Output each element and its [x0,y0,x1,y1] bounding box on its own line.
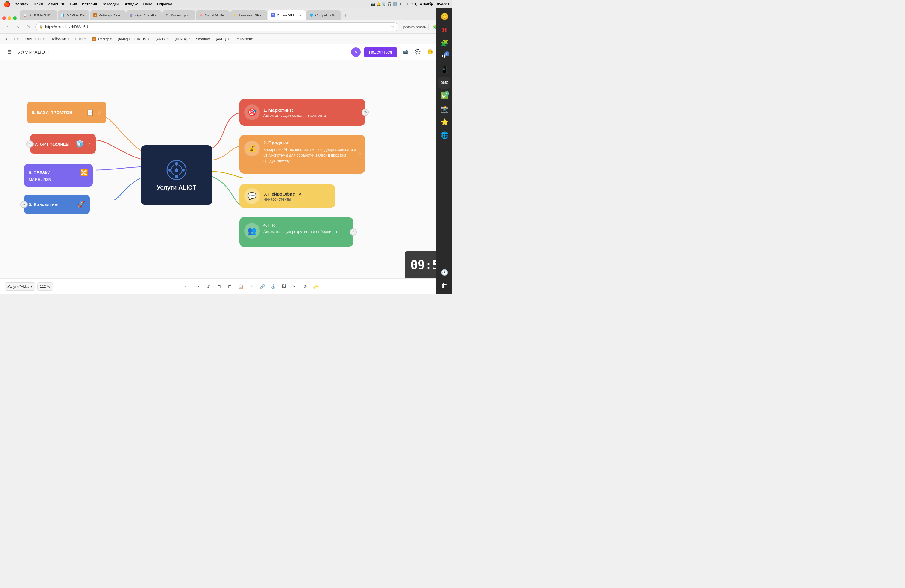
bm-pp14[interactable]: [ПП-14] ▾ [172,35,192,43]
rs-yandex[interactable]: Я [438,24,450,36]
menubar-date: Чт, 14 ноябр. 18:46:29 [413,2,449,6]
tool-undo[interactable]: ↺ [204,282,213,291]
bookmark-star-icon[interactable]: ☆ [391,25,394,29]
bm-edu-label: EDU [75,37,83,41]
bm-content[interactable]: ™ Контент [233,35,255,43]
tab-0[interactable]: 📋 06. КАЧЕСТВО... [20,11,57,20]
center-node[interactable]: Услуги ALIOT [141,145,213,205]
tab-1[interactable]: 📊 МАРКЕТИНГ [58,11,89,20]
node-8-ext-icon[interactable]: ↗ [98,110,102,115]
rs-chrome[interactable]: 🌐 [438,129,450,141]
menu-history[interactable]: История [82,2,97,6]
bottom-center: ↩ ↪ ↺ ⊞ ⊡ 📋 ☑ 🔗 ⚓ 🖼 ✂ ⊕ ✨ [56,282,448,291]
emoji-icon-btn[interactable]: 😊 [426,47,435,57]
bm-clients[interactable]: КЛИЕНТЫ ▾ [22,35,47,43]
node-sales[interactable]: 💰 2. Продажи: Внедрение AI-технологий в … [240,135,365,174]
tool-grid[interactable]: ⊞ [214,282,224,291]
tab-4[interactable]: ™ Как настрои... [162,11,195,20]
rs-xmind[interactable]: 🧩 [438,37,450,49]
video-icon-btn[interactable]: 📹 [400,47,410,57]
tool-ai[interactable]: ✨ [311,282,321,291]
edit-button[interactable]: редактировать [401,23,429,31]
node-prompts[interactable]: 8. БАЗА ПРОМТОВ 📋 ↗ [27,102,106,123]
tab-7[interactable]: X Услуги "ALI... ✕ [268,11,306,20]
node-marketing[interactable]: 🎯 1. Маркетинг: Автоматизация создания к… [240,99,365,126]
node-3-ext-icon[interactable]: ↗ [298,192,301,196]
forward-button[interactable]: › [14,23,22,31]
rs-telegram-badge: 3 [445,51,449,56]
rs-clock-widget[interactable]: 🕐 [438,267,450,278]
mind-map-canvas[interactable]: Услуги ALIOT 🎯 1. Маркетинг: Автоматизац… [0,60,452,278]
rs-trash[interactable]: 🗑 [438,280,450,292]
menu-view[interactable]: Вид [70,2,77,6]
bm-content-label: ™ Контент [235,37,252,41]
bm-smartbot[interactable]: Smartbot [194,35,213,43]
tl-close[interactable] [2,16,6,20]
menu-bookmarks[interactable]: Закладки [102,2,119,6]
tab-favicon-4: ™ [165,13,169,17]
tab-label-8: Competitor W... [315,13,338,17]
comment-icon-btn[interactable]: 💬 [413,47,422,57]
menu-edit[interactable]: Изменить [48,2,65,6]
bm-ai01[interactable]: [AI-01] ▾ [214,35,232,43]
tool-check[interactable]: ☑ [247,282,256,291]
url-bar[interactable]: 🔒 https://xmind.ai/zN98Ms5U ☆ [35,22,399,32]
tab-close-7[interactable]: ✕ [298,13,303,17]
page-selector[interactable]: Услуги "ALI... ▾ [5,282,35,291]
tool-box[interactable]: ⊡ [225,282,234,291]
node-6-text2: MAKE / N8N [29,177,51,182]
rs-whatsapp[interactable]: 📱 [438,64,450,75]
tool-notes[interactable]: 📋 [236,282,245,291]
bm-ai03[interactable]: [AI-03] ▾ [153,35,171,43]
node-2-text: 2. Продажи: Внедрение AI-технологий в ме… [264,140,360,164]
tab-8[interactable]: 🌐 Competitor W... [306,11,341,20]
node-consulting[interactable]: 5 5. Консалтинг 🚀 [24,195,90,214]
app-name[interactable]: Yandex [15,2,29,6]
tool-unlink[interactable]: ↪ [193,282,202,291]
rs-clock[interactable]: 09:50 [438,77,450,89]
tab-5[interactable]: 🧠 Xmind AI: Ин... [196,11,230,20]
tool-scissors[interactable]: ✂ [290,282,299,291]
rs-finder[interactable]: 😊 [438,11,450,23]
node-hr[interactable]: 👥 4. HR Автоматизация рекрутинга и онбор… [240,217,353,247]
node-gpt-tables[interactable]: 1 7. GPT таблицы 🧊 ↗ [30,134,96,154]
tool-add[interactable]: ⊕ [301,282,310,291]
rs-tick[interactable]: ✅ 4 [438,90,450,102]
node-connections[interactable]: 6. СВЯЗКИ 🔀 MAKE / N8N [24,164,93,186]
reload-button[interactable]: ↻ [25,23,33,31]
node-2-menu-icon[interactable]: ≡ [359,151,362,157]
menu-tab[interactable]: Вкладка [123,2,138,6]
tool-image[interactable]: 🖼 [279,282,288,291]
node-7-ext-icon[interactable]: ↗ [87,141,91,146]
share-button[interactable]: Поделиться [364,47,397,57]
tl-minimize[interactable] [8,16,11,20]
menu-window[interactable]: Окно [143,2,152,6]
bm-edu[interactable]: EDU ▾ [73,35,88,43]
bm-neurons[interactable]: Нейронки ▾ [48,35,72,43]
tl-fullscreen[interactable] [13,16,17,20]
tool-hyperlink[interactable]: 🔗 [258,282,267,291]
bm-aliot[interactable]: ALIOT ▾ [3,35,21,43]
tab-3[interactable]: 🔮 OpenAI Platfo... [126,11,162,20]
user-avatar[interactable]: A [351,47,360,57]
xmind-menu-button[interactable]: ☰ [5,47,14,57]
rs-star[interactable]: ⭐ [438,116,450,128]
menu-file[interactable]: Файл [33,2,43,6]
tab-6[interactable]: ⚡ Главная - NEX... [230,11,267,20]
back-button[interactable]: ‹ [3,23,11,31]
tab-2[interactable]: A Anthropic Con... [90,11,126,20]
node-neurooffice[interactable]: 💬 3. НейроОфис ↗ ИИ-ассистенты [240,184,335,208]
rs-screen[interactable]: 📸 [438,103,450,115]
rs-telegram[interactable]: ✈ 3 [438,50,450,62]
tool-link[interactable]: ↩ [182,282,191,291]
bm-anthropic[interactable]: A Anthropic [89,35,114,43]
zoom-display[interactable]: 112 % [37,282,53,291]
apple-menu[interactable]: 🍎 [3,1,10,8]
xmind-title-input[interactable] [18,49,75,54]
menu-help[interactable]: Справка [157,2,172,6]
bottom-toolbar: Услуги "ALI... ▾ 112 % ↩ ↪ ↺ ⊞ ⊡ 📋 ☑ 🔗 ⚓… [0,278,452,294]
new-tab-button[interactable]: + [341,12,350,20]
tool-anchor[interactable]: ⚓ [268,282,278,291]
bm-ai02[interactable]: [AI-02] ОШ UKIDS ▾ [116,35,152,43]
node-6-content: 6. СВЯЗКИ 🔀 [29,169,88,176]
